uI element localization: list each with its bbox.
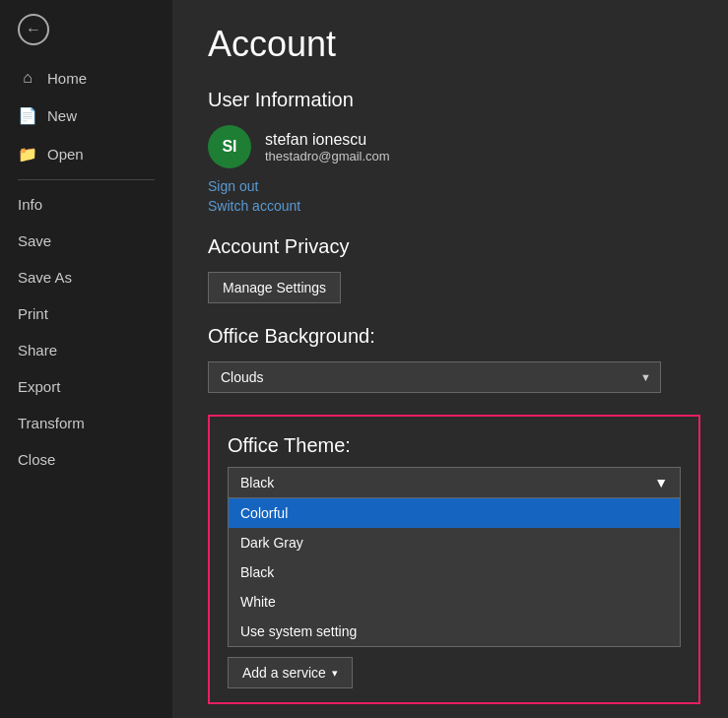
sidebar-item-info-label: Info [18, 196, 42, 213]
sidebar-item-save-as-label: Save As [18, 269, 72, 286]
theme-option-colorful[interactable]: Colorful [229, 498, 680, 528]
account-privacy-section: Account Privacy Manage Settings [208, 235, 693, 303]
sidebar-item-share-label: Share [18, 342, 57, 359]
theme-option-colorful-label: Colorful [240, 505, 288, 521]
user-name: stefan ionescu [265, 131, 390, 149]
sidebar-item-home-label: Home [47, 70, 87, 87]
sidebar-item-export-label: Export [18, 378, 60, 395]
sidebar-item-close-label: Close [18, 451, 55, 468]
main-content: Account User Information SI stefan iones… [172, 0, 728, 718]
sidebar-item-export[interactable]: Export [0, 368, 172, 405]
theme-option-white[interactable]: White [229, 587, 680, 617]
page-title: Account [208, 24, 693, 65]
theme-option-black-label: Black [240, 564, 274, 580]
sidebar-item-save-label: Save [18, 232, 51, 249]
switch-account-button[interactable]: Switch account [208, 198, 300, 214]
office-theme-dropdown-list: Colorful Dark Gray Black White Use syste… [228, 498, 681, 647]
sidebar-item-open-label: Open [47, 146, 84, 163]
sidebar-item-share[interactable]: Share [0, 332, 172, 368]
sidebar-item-save[interactable]: Save [0, 223, 172, 259]
theme-option-dark-gray-label: Dark Gray [240, 535, 303, 551]
theme-option-black[interactable]: Black [229, 557, 680, 587]
office-theme-selected-value: Black [240, 475, 274, 490]
account-privacy-title: Account Privacy [208, 235, 693, 258]
sidebar: ← ⌂ Home 📄 New 📁 Open Info Save Save As … [0, 0, 172, 718]
sidebar-item-info[interactable]: Info [0, 186, 172, 223]
manage-settings-button[interactable]: Manage Settings [208, 272, 341, 303]
office-theme-dropdown-header[interactable]: Black ▼ [228, 467, 681, 498]
theme-option-dark-gray[interactable]: Dark Gray [229, 528, 680, 557]
office-background-section: Office Background: Clouds None Circuit S… [208, 325, 693, 393]
office-background-select[interactable]: Clouds None Circuit Stars [208, 361, 661, 393]
sidebar-item-print[interactable]: Print [0, 295, 172, 332]
office-theme-title: Office Theme: [228, 434, 681, 457]
add-service-label: Add a service [242, 665, 326, 681]
office-background-title: Office Background: [208, 325, 693, 348]
new-icon: 📄 [18, 106, 37, 125]
account-links: Sign out Switch account [208, 178, 693, 214]
sidebar-item-print-label: Print [18, 305, 48, 322]
user-information-section: User Information SI stefan ionescu thest… [208, 89, 693, 214]
sidebar-item-home[interactable]: ⌂ Home [0, 59, 172, 97]
user-details: stefan ionescu thestadro@gmail.com [265, 131, 390, 163]
open-icon: 📁 [18, 145, 37, 163]
sidebar-item-save-as[interactable]: Save As [0, 259, 172, 295]
back-icon: ← [18, 14, 49, 45]
add-service-button[interactable]: Add a service ▾ [228, 657, 353, 688]
sidebar-item-new[interactable]: 📄 New [0, 97, 172, 135]
user-email: thestadro@gmail.com [265, 149, 390, 163]
back-button[interactable]: ← [0, 0, 172, 59]
add-service-chevron-icon: ▾ [332, 667, 338, 680]
sidebar-divider [18, 179, 155, 180]
theme-option-system[interactable]: Use system setting [229, 617, 680, 646]
sidebar-item-transform[interactable]: Transform [0, 405, 172, 441]
office-background-dropdown-wrapper: Clouds None Circuit Stars [208, 361, 661, 393]
sidebar-item-open[interactable]: 📁 Open [0, 135, 172, 173]
chevron-down-icon: ▼ [654, 475, 668, 490]
user-info-row: SI stefan ionescu thestadro@gmail.com [208, 125, 693, 168]
home-icon: ⌂ [18, 69, 37, 87]
user-information-title: User Information [208, 89, 693, 111]
theme-option-system-label: Use system setting [240, 623, 357, 639]
avatar: SI [208, 125, 251, 168]
sidebar-item-close[interactable]: Close [0, 441, 172, 478]
sign-out-button[interactable]: Sign out [208, 178, 258, 194]
office-theme-section: Office Theme: Black ▼ Colorful Dark Gray… [208, 415, 700, 704]
theme-option-white-label: White [240, 594, 276, 610]
sidebar-item-new-label: New [47, 107, 77, 124]
sidebar-item-transform-label: Transform [18, 415, 85, 431]
